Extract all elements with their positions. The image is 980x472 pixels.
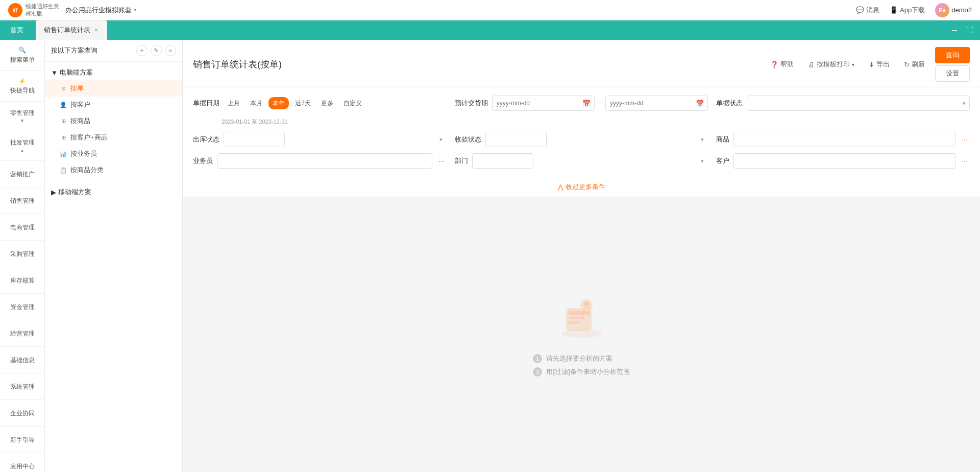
left-panel: 按以下方案查询 + ✎ « ▼ 电脑端方案 ⊙ 按单 👤 按 [45, 40, 183, 472]
retail-arrow-icon: ▼ [20, 117, 25, 125]
delivery-date-range: 📅 — 📅 [492, 96, 708, 111]
product-input[interactable] [733, 132, 955, 147]
payment-status-label: 收款状态 [455, 135, 481, 144]
delivery-date-start[interactable] [492, 96, 595, 111]
sidebar-item-marketing[interactable]: 营销推广 [0, 161, 44, 187]
empty-illustration [551, 293, 612, 344]
hint-num-2: 2 [533, 367, 542, 376]
filter-row-2: 出库状态 ▾ 收款状态 ▾ 商品 [193, 132, 970, 147]
order-status-input[interactable] [747, 96, 970, 111]
outbound-status-select-wrap: ▾ [224, 132, 447, 147]
product-dots-btn[interactable]: ··· [960, 135, 970, 144]
sidebar-item-purchase[interactable]: 采购管理 [0, 241, 44, 267]
query-settings-group: 查询 设置 [935, 47, 970, 82]
customer-label: 客户 [716, 156, 729, 166]
sidebar-item-sales[interactable]: 销售管理 [0, 187, 44, 214]
scheme-item-by-product[interactable]: ⊞ 按商品 [45, 113, 182, 129]
sidebar-item-quick-nav[interactable]: ⚡ 快捷导航 [0, 71, 44, 102]
customer-dots-btn[interactable]: ··· [960, 157, 970, 165]
sidebar-item-basic-info[interactable]: 基础信息 [0, 347, 44, 373]
left-panel-header: 按以下方案查询 + ✎ « [45, 40, 182, 62]
collapse-label: 收起更多条件 [566, 182, 605, 192]
scheme-item-by-customer-product[interactable]: ⊞ 按客户+商品 [45, 129, 182, 146]
department-select-wrap: ▾ [472, 153, 708, 169]
sidebar-item-retail[interactable]: 零售管理 ▼ [0, 102, 44, 131]
page-title: 销售订单统计表(按单) [193, 58, 282, 70]
tab-active[interactable]: 销售订单统计表 × [36, 20, 107, 40]
department-select-arrow-icon: ▾ [701, 158, 704, 164]
tab-bar: 首页 销售订单统计表 × ─ ⛶ [0, 20, 980, 40]
page-header: 销售订单统计表(按单) ❓ 帮助 🖨 按模板打印 ▾ ⬇ 导出 [183, 40, 980, 87]
outbound-status-select[interactable] [224, 132, 285, 147]
department-select[interactable] [472, 153, 533, 169]
payment-status-select[interactable] [485, 132, 547, 147]
settings-btn[interactable]: 设置 [935, 65, 970, 82]
wholesale-arrow-icon: ▲ [20, 147, 25, 154]
scheme-order-icon: ⊙ [59, 84, 67, 92]
collapse-panel-btn[interactable]: « [165, 45, 176, 56]
mobile-section-title[interactable]: ▶ 移动端方案 [45, 184, 182, 200]
main-layout: 🔍 搜索菜单 ⚡ 快捷导航 零售管理 ▼ 批发管理 ▲ 营销推广 销售管理 电商… [0, 40, 980, 472]
add-scheme-btn[interactable]: + [136, 45, 148, 56]
scheme-item-by-category[interactable]: 📋 按商品分类 [45, 162, 182, 178]
right-content: 销售订单统计表(按单) ❓ 帮助 🖨 按模板打印 ▾ ⬇ 导出 [183, 40, 980, 472]
delivery-date-end[interactable] [605, 96, 708, 111]
salesperson-label: 业务员 [193, 156, 213, 166]
filter-row-3: 业务员 ··· 部门 ▾ 客户 ··· [193, 153, 970, 169]
scheme-customer-product-icon: ⊞ [59, 133, 67, 141]
sidebar-item-inventory[interactable]: 库存核算 [0, 267, 44, 294]
tab-close-btn[interactable]: × [93, 26, 99, 35]
salesperson-input[interactable] [217, 153, 432, 169]
sidebar-item-sys-mgmt[interactable]: 系统管理 [0, 373, 44, 400]
salesperson-dots-btn[interactable]: ··· [436, 157, 447, 165]
filter-row-1: 单据日期 上月 本月 本年 近7天 更多 自定义 预计交货期 [193, 96, 970, 111]
export-btn[interactable]: ⬇ 导出 [865, 58, 894, 71]
sidebar-item-guide[interactable]: 新手引导 [0, 427, 44, 453]
delivery-date-start-wrap: 📅 [492, 96, 595, 111]
messages-btn[interactable]: 💬 消息 [856, 6, 879, 15]
sidebar-item-enterprise[interactable]: 企业协同 [0, 400, 44, 427]
tab-maximize-btn[interactable]: ⛶ [964, 24, 976, 36]
sidebar-item-app-center[interactable]: 应用中心 [0, 453, 44, 472]
scheme-item-by-salesperson[interactable]: 📊 按业务员 [45, 146, 182, 162]
app-download-btn[interactable]: 📱 App下载 [890, 6, 925, 15]
custom-btn[interactable]: 自定义 [339, 97, 366, 109]
this-year-btn[interactable]: 本年 [268, 97, 289, 109]
tab-bar-actions: ─ ⛶ [948, 24, 980, 36]
sidebar-item-finance[interactable]: 资金管理 [0, 294, 44, 320]
sidebar-item-wholesale[interactable]: 批发管理 ▲ [0, 131, 44, 161]
last-month-btn[interactable]: 上月 [224, 97, 244, 109]
sidebar-item-search-menu[interactable]: 🔍 搜索菜单 [0, 40, 44, 71]
app-logo: 好 畅捷通好生意 标准版 [8, 3, 59, 17]
payment-status-group: 收款状态 ▾ [455, 132, 708, 147]
company-title[interactable]: 办公用品行业模拟账套 ▾ [65, 6, 856, 15]
message-icon: 💬 [856, 6, 864, 14]
user-profile[interactable]: Ea demo2 [935, 3, 972, 17]
edit-scheme-btn[interactable]: ✎ [151, 45, 162, 56]
collapse-bar[interactable]: ⋀ 收起更多条件 [183, 177, 980, 197]
svg-rect-4 [569, 321, 580, 324]
print-btn[interactable]: 🖨 按模板打印 ▾ [804, 58, 859, 71]
logo-text: 畅捷通好生意 标准版 [26, 3, 59, 16]
scheme-item-by-customer[interactable]: 👤 按客户 [45, 97, 182, 113]
left-panel-title: 按以下方案查询 [51, 46, 97, 55]
last-7-days-btn[interactable]: 近7天 [291, 97, 315, 109]
refresh-btn[interactable]: ↻ 刷新 [900, 58, 929, 71]
more-btn[interactable]: 更多 [317, 97, 337, 109]
scheme-item-by-order[interactable]: ⊙ 按单 [45, 80, 182, 97]
empty-hints: 1 请先选择要分析的方案 2 用[过滤]条件来缩小分析范围 [533, 354, 629, 376]
collapse-up-icon: ⋀ [558, 183, 564, 191]
page-header-actions: ❓ 帮助 🖨 按模板打印 ▾ ⬇ 导出 ↻ 刷新 [766, 47, 970, 82]
top-bar-right: 💬 消息 📱 App下载 Ea demo2 [856, 3, 972, 17]
query-btn[interactable]: 查询 [935, 47, 970, 63]
sidebar-item-ecommerce[interactable]: 电商管理 [0, 214, 44, 241]
print-dropdown-icon: ▾ [852, 62, 854, 67]
tab-minimize-btn[interactable]: ─ [948, 24, 961, 36]
sidebar-item-operations[interactable]: 经营管理 [0, 320, 44, 347]
help-btn[interactable]: ❓ 帮助 [766, 58, 798, 71]
pc-section-title[interactable]: ▼ 电脑端方案 [45, 65, 182, 80]
customer-input[interactable] [733, 153, 955, 169]
this-month-btn[interactable]: 本月 [246, 97, 266, 109]
user-name: demo2 [951, 6, 972, 14]
tab-home[interactable]: 首页 [0, 20, 34, 40]
